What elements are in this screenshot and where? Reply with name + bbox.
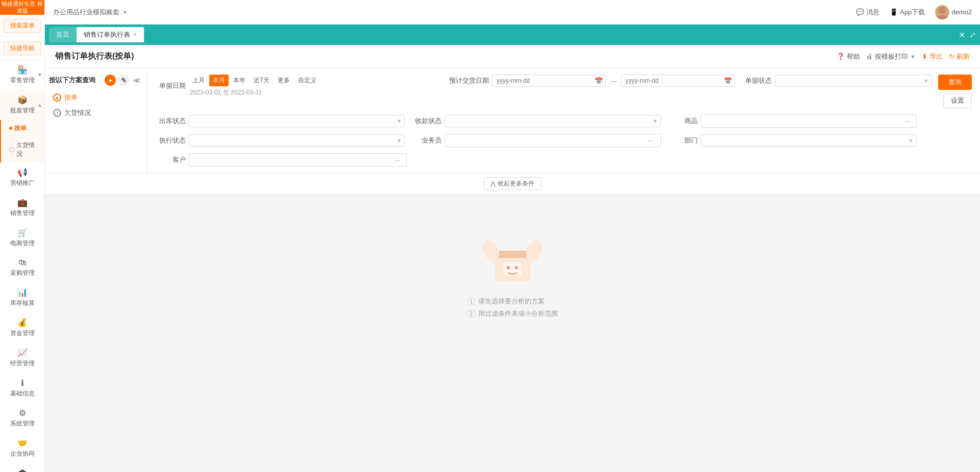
sidebar-item-label: 批发管理 (10, 106, 35, 115)
collect-status-select[interactable] (445, 115, 660, 127)
svg-point-0 (939, 7, 946, 14)
help-label: 帮助 (847, 52, 860, 61)
sidebar-item-system[interactable]: ⚙ 系统管理 (0, 403, 44, 433)
main-area: 办公用品行业模拟账套 ▾ 💬 消息 📱 App下载 demo2 首页 (45, 0, 980, 472)
tab-maximize-icon[interactable]: ⤢ (969, 30, 976, 40)
sidebar-sub-item-欠货[interactable]: 欠货情况 (1, 137, 44, 162)
user-menu[interactable]: demo2 (935, 5, 972, 19)
customer-more-icon[interactable]: ··· (393, 156, 403, 164)
add-scheme-icon[interactable]: + (105, 75, 116, 86)
sidebar-item-ecommerce[interactable]: 🛒 电商管理 (0, 223, 44, 253)
date-btn-this-year[interactable]: 本年 (230, 75, 249, 86)
calendar-start-icon: 📅 (595, 77, 603, 85)
collapse-scheme-icon[interactable]: ≪ (131, 75, 142, 86)
sidebar-item-label: 零售管理 (10, 76, 35, 85)
sidebar-item-sales[interactable]: 💼 销售管理 (0, 193, 44, 223)
out-status-label: 出库状态 (155, 116, 186, 126)
expected-date-end-input[interactable] (621, 75, 734, 87)
expected-date-label: 预计交货日期 (448, 76, 489, 85)
sidebar-item-label: 企业协同 (10, 450, 35, 458)
scheme-item-label: 按单 (64, 93, 78, 102)
status-select[interactable] (775, 75, 933, 87)
exec-status-select[interactable] (189, 134, 405, 147)
filter-scheme-icons: + ✎ ≪ (105, 75, 142, 86)
collect-status-label: 收款状态 (411, 116, 442, 126)
tab-close-icon[interactable]: × (133, 31, 137, 38)
sidebar-sub-item-按单[interactable]: 按单 (1, 120, 44, 137)
hint-text-1: 请先选择要分析的方案 (478, 297, 545, 306)
message-button[interactable]: 💬 消息 (856, 8, 879, 17)
dept-select[interactable] (701, 134, 917, 147)
customer-label: 客户 (155, 155, 186, 164)
sidebar-item-guide[interactable]: 🎓 新手引导 (0, 463, 44, 472)
tabbar: 首页 销售订单执行表 × ✕ ⤢ (45, 25, 980, 45)
page: 销售订单执行表(按单) ❓ 帮助 🖨 按模板打印 ▼ ⬇ 导出 (45, 45, 980, 362)
refresh-button[interactable]: ↻ 刷新 (949, 52, 970, 61)
date-btn-last-month[interactable]: 上月 (189, 75, 208, 86)
date-btn-custom[interactable]: 自定义 (295, 75, 320, 86)
retail-icon: 🏪 (17, 65, 28, 75)
status-label: 单据状态 (741, 76, 772, 85)
collapse-label: 收起更多条件 (498, 179, 534, 188)
setting-button[interactable]: 设置 (943, 93, 972, 108)
customer-input[interactable]: ··· (189, 153, 407, 167)
out-status-select[interactable] (189, 115, 405, 127)
scheme-radio-active-icon: ● (53, 93, 61, 102)
date-btn-more[interactable]: 更多 (274, 75, 293, 86)
sidebar-sub-wholesale: 按单 欠货情况 (0, 120, 44, 162)
out-status-select-wrapper: ▼ (189, 115, 405, 127)
topbar-dropdown-icon[interactable]: ▾ (124, 9, 127, 16)
query-button[interactable]: 查询 (938, 75, 972, 90)
filter-out-status-item: 出库状态 ▼ (155, 115, 405, 127)
date-btn-this-month[interactable]: 本月 (209, 75, 229, 86)
tab-home[interactable]: 首页 (49, 27, 77, 42)
collapse-conditions-button[interactable]: ⋀ 收起更多条件 (484, 177, 541, 190)
sidebar-item-ops[interactable]: 📈 经营管理 (0, 343, 44, 373)
app-download-label: App下载 (900, 8, 925, 17)
svg-point-1 (936, 15, 948, 19)
status-select-wrapper: ▼ (775, 75, 933, 87)
sidebar-item-label: 电商管理 (10, 239, 35, 248)
expected-date-start-input[interactable] (492, 75, 606, 87)
filter-row-4: 客户 ··· (155, 153, 972, 167)
quick-nav-button[interactable]: 快捷导航 (3, 41, 41, 55)
sidebar-item-retail[interactable]: 🏪 零售管理 ▼ (0, 60, 44, 90)
filter-date-item: 单据日期 上月 本月 本年 近7天 更多 自定义 20 (155, 75, 442, 97)
filter-scheme-panel: 按以下方案查询 + ✎ ≪ ● 按单 🕐 欠货情况 (45, 68, 147, 173)
help-button[interactable]: ❓ 帮助 (837, 52, 860, 61)
tab-sales-order[interactable]: 销售订单执行表 × (77, 27, 144, 42)
sidebar-item-label: 库存核算 (10, 299, 35, 308)
wholesale-icon: 📦 (17, 95, 28, 105)
search-menu-button[interactable]: 搜索菜单 (3, 19, 41, 33)
export-button[interactable]: ⬇ 导出 (922, 52, 943, 61)
sidebar-nav-area[interactable]: 快捷导航 (0, 37, 44, 60)
goods-more-icon[interactable]: ··· (902, 117, 912, 125)
help-icon: ❓ (837, 53, 845, 60)
edit-scheme-icon[interactable]: ✎ (118, 75, 129, 86)
page-content: 销售订单执行表(按单) ❓ 帮助 🖨 按模板打印 ▼ ⬇ 导出 (45, 45, 980, 472)
salesman-input[interactable]: ··· (445, 134, 660, 147)
chevron-down-icon: ▼ (37, 72, 42, 78)
scheme-item-欠货[interactable]: 🕐 欠货情况 (49, 105, 142, 121)
sidebar-item-wholesale[interactable]: 📦 批发管理 ▲ (0, 90, 44, 120)
scheme-item-按单[interactable]: ● 按单 (49, 90, 142, 105)
filter-exec-status-item: 执行状态 ▼ (155, 134, 405, 147)
print-dropdown-icon[interactable]: ▼ (910, 54, 916, 60)
goods-input[interactable]: ··· (701, 114, 917, 128)
tab-close-window-icon[interactable]: ✕ (959, 30, 965, 40)
topbar-title: 办公用品行业模拟账套 (53, 8, 119, 17)
print-button[interactable]: 🖨 按模板打印 ▼ (866, 52, 916, 61)
hint-text-2: 用过滤条件来缩小分析范围 (478, 309, 558, 318)
salesman-more-icon[interactable]: ··· (646, 136, 656, 145)
empty-hint-1: 1 请先选择要分析的方案 (467, 297, 558, 306)
sidebar-item-inventory[interactable]: 📊 库存核算 (0, 282, 44, 313)
dept-label: 部门 (667, 136, 698, 145)
sidebar-item-marketing[interactable]: 📢 营销推广 (0, 162, 44, 193)
sidebar-search-area[interactable]: 搜索菜单 (0, 15, 44, 37)
app-download-button[interactable]: 📱 App下载 (890, 8, 925, 17)
date-btn-7days[interactable]: 近7天 (250, 75, 273, 86)
sidebar-item-basic[interactable]: ℹ 基础信息 (0, 373, 44, 403)
sidebar-item-purchase[interactable]: 🛍 采购管理 (0, 253, 44, 282)
sidebar-item-collab[interactable]: 🤝 企业协同 (0, 433, 44, 463)
sidebar-item-finance[interactable]: 💰 资金管理 (0, 313, 44, 343)
